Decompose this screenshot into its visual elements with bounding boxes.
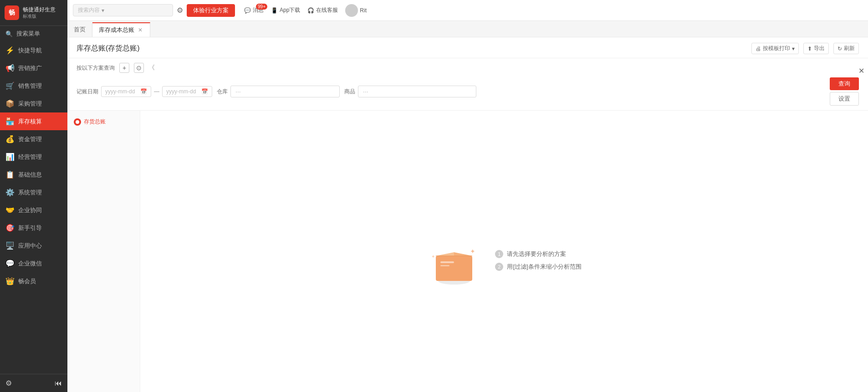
filter-add-button[interactable]: + — [119, 63, 129, 73]
print-icon: 🖨 — [756, 46, 761, 52]
goods-field-label: 商品 — [344, 88, 355, 96]
message-badge: 99+ — [256, 4, 267, 10]
sidebar: 畅 畅捷通好生意 标准版 🔍 搜索菜单 ⚡ 快捷导航 📢 营销推广 🛒 销售管理… — [0, 0, 67, 392]
tip-text-1: 请先选择要分析的方案 — [507, 250, 566, 258]
filter-collapse-icon[interactable]: 《 — [148, 64, 155, 72]
sidebar-item-purchase[interactable]: 📦 采购管理 — [0, 95, 67, 112]
refresh-icon: ↻ — [837, 46, 842, 52]
system-icon: ⚙️ — [5, 188, 15, 197]
sidebar-item-inventory[interactable]: 🏪 库存核算 — [0, 112, 67, 130]
app-download-label: App下载 — [280, 6, 300, 14]
top-settings-icon[interactable]: ⚙ — [177, 6, 183, 15]
sidebar-item-app-center[interactable]: 🖥️ 应用中心 — [0, 237, 67, 255]
marketing-icon: 📢 — [5, 64, 15, 72]
tip-num-2: 2 — [495, 263, 503, 271]
scheme-item-label: 存货总账 — [84, 118, 106, 126]
filter-scheme-button[interactable]: ⊙ — [134, 63, 144, 73]
member-icon: 👑 — [5, 277, 15, 285]
top-search-placeholder: 搜索内容 — [78, 6, 100, 14]
empty-tip-2: 2 用[过滤]条件来缩小分析范围 — [495, 263, 581, 271]
calendar-to-icon[interactable]: 📅 — [201, 88, 208, 95]
sidebar-item-basic-info[interactable]: 📋 基础信息 — [0, 166, 67, 183]
refresh-button[interactable]: ↻ 刷新 — [833, 43, 859, 54]
scheme-item-inventory-ledger[interactable]: 存货总账 — [67, 114, 140, 129]
page-panel: 库存总账(存货总账) 🖨 按模板打印 ▾ ⬆ 导出 ↻ 刷新 — [67, 37, 868, 392]
scheme-icon — [74, 118, 81, 126]
filter-bar: 按以下方案查询 + ⊙ 《 记账日期 yyyy-mm-dd 📅 — yyyy-m… — [67, 58, 868, 111]
online-support-label: 在线客服 — [316, 6, 338, 14]
date-from-placeholder: yyyy-mm-dd — [105, 88, 135, 95]
query-button[interactable]: 查询 — [830, 77, 859, 90]
page-title: 库存总账(存货总账) — [77, 44, 140, 53]
panel-close-button[interactable]: ✕ — [855, 63, 868, 79]
export-label: 导出 — [814, 45, 825, 52]
sidebar-item-sales[interactable]: 🛒 销售管理 — [0, 77, 67, 95]
industry-solution-button[interactable]: 体验行业方案 — [187, 4, 235, 17]
app-download-button[interactable]: 📱 App下载 — [271, 6, 300, 14]
tab-inventory-cost-label: 库存成本总账 — [99, 26, 134, 34]
empty-tips: 1 请先选择要分析的方案 2 用[过滤]条件来缩小分析范围 — [495, 250, 581, 271]
newcomer-icon: 🎯 — [5, 224, 15, 232]
sidebar-item-label: 企业协同 — [18, 206, 62, 214]
online-support-button[interactable]: 🎧 在线客服 — [307, 6, 338, 14]
warehouse-input[interactable]: ··· — [230, 86, 340, 97]
svg-rect-2 — [436, 256, 472, 281]
settings-icon[interactable]: ⚙ — [5, 379, 12, 387]
sidebar-item-member[interactable]: 👑 畅会员 — [0, 272, 67, 290]
date-from-input[interactable]: yyyy-mm-dd 📅 — [101, 86, 151, 97]
content-area: 库存总账(存货总账) 🖨 按模板打印 ▾ ⬆ 导出 ↻ 刷新 — [67, 37, 868, 392]
message-button[interactable]: 💬 消息 99+ — [244, 6, 264, 14]
sidebar-item-label: 库存核算 — [18, 117, 62, 126]
toggle-sidebar-icon[interactable]: ⏮ — [55, 379, 62, 387]
app-name: 畅捷通好生意 — [23, 6, 56, 14]
topbar: 搜索内容 ▾ ⚙ 体验行业方案 💬 消息 99+ 📱 App下载 🎧 在线客服 … — [67, 0, 868, 21]
calendar-from-icon[interactable]: 📅 — [140, 88, 147, 95]
goods-more-icon: ··· — [363, 88, 368, 95]
top-search-box[interactable]: 搜索内容 ▾ — [73, 4, 173, 16]
sidebar-item-enterprise[interactable]: 🤝 企业协同 — [0, 201, 67, 219]
refresh-label: 刷新 — [844, 45, 855, 52]
topbar-right: 💬 消息 99+ 📱 App下载 🎧 在线客服 Rit — [244, 4, 367, 17]
sidebar-item-label: 畅会员 — [18, 277, 62, 285]
message-icon: 💬 — [244, 7, 251, 14]
sidebar-item-operations[interactable]: 📊 经营管理 — [0, 148, 67, 166]
filter-fields-row: 记账日期 yyyy-mm-dd 📅 — yyyy-mm-dd 📅 仓库 — [77, 77, 859, 106]
finance-icon: 💰 — [5, 135, 15, 143]
date-separator: — — [154, 88, 159, 95]
print-button[interactable]: 🖨 按模板打印 ▾ — [751, 43, 799, 54]
sidebar-nav: ⚡ 快捷导航 📢 营销推广 🛒 销售管理 📦 采购管理 🏪 库存核算 💰 资金管… — [0, 41, 67, 374]
inventory-icon: 🏪 — [5, 117, 15, 126]
sidebar-item-newcomer[interactable]: 🎯 新手引导 — [0, 219, 67, 237]
user-avatar-area[interactable]: Rit — [345, 4, 367, 17]
svg-marker-3 — [436, 252, 454, 256]
top-search-dropdown-icon[interactable]: ▾ — [102, 7, 104, 14]
page-header: 库存总账(存货总账) 🖨 按模板打印 ▾ ⬆ 导出 ↻ 刷新 — [67, 37, 868, 58]
tab-home[interactable]: 首页 — [67, 22, 92, 37]
empty-illustration: ✦ ✦ — [427, 233, 481, 288]
username-label: Rit — [360, 7, 367, 14]
export-button[interactable]: ⬆ 导出 — [803, 43, 829, 54]
tab-close-icon[interactable]: ✕ — [137, 27, 143, 33]
sidebar-item-wechat[interactable]: 💬 企业微信 — [0, 255, 67, 272]
tab-inventory-cost[interactable]: 库存成本总账 ✕ — [92, 22, 150, 37]
empty-tip-1: 1 请先选择要分析的方案 — [495, 250, 581, 258]
tabbar: 首页 库存成本总账 ✕ — [67, 21, 868, 37]
query-btn-group: 查询 设置 — [830, 77, 859, 106]
body-area: 存货总账 — [67, 111, 868, 392]
date-field-label: 记账日期 — [77, 88, 98, 96]
search-menu[interactable]: 🔍 搜索菜单 — [0, 26, 67, 41]
tip-text-2: 用[过滤]条件来缩小分析范围 — [507, 263, 581, 271]
settings-button[interactable]: 设置 — [830, 92, 859, 106]
avatar — [345, 4, 358, 17]
sidebar-item-finance[interactable]: 💰 资金管理 — [0, 130, 67, 148]
app-logo: 畅 畅捷通好生意 标准版 — [0, 0, 67, 26]
sidebar-item-marketing[interactable]: 📢 营销推广 — [0, 59, 67, 77]
print-dropdown-icon[interactable]: ▾ — [792, 46, 795, 52]
main-content: ✦ ✦ 1 请先选择要分析的方案 2 用[ — [140, 111, 868, 392]
date-to-input[interactable]: yyyy-mm-dd 📅 — [162, 86, 212, 97]
filter-scheme-label: 按以下方案查询 — [77, 64, 115, 72]
goods-input[interactable]: ··· — [358, 86, 476, 97]
sidebar-item-system[interactable]: ⚙️ 系统管理 — [0, 183, 67, 201]
sidebar-item-quick-nav[interactable]: ⚡ 快捷导航 — [0, 41, 67, 59]
app-download-icon: 📱 — [271, 7, 278, 14]
